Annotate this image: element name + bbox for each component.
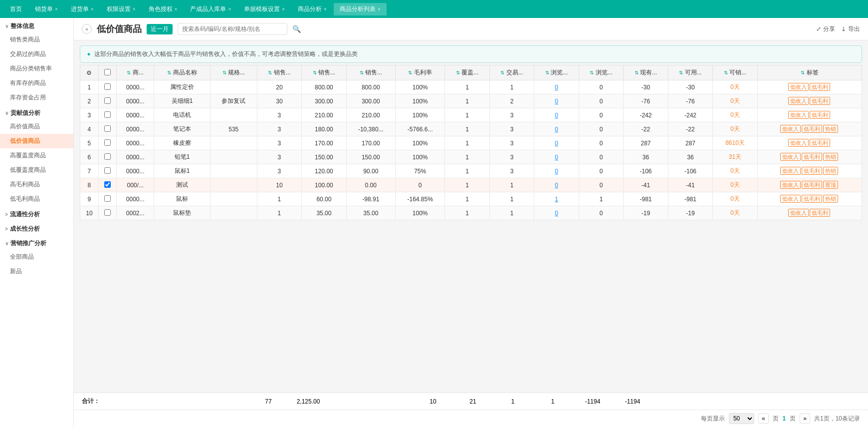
cell-checkbox[interactable] — [98, 192, 116, 206]
col-sale-qty[interactable]: ⇅ 销售... — [257, 65, 301, 80]
cell-browse1[interactable]: 1 — [534, 192, 579, 206]
close-icon[interactable]: × — [324, 6, 327, 12]
row-checkbox[interactable] — [104, 97, 111, 104]
cell-browse1[interactable]: 0 — [534, 94, 579, 108]
search-input[interactable] — [178, 23, 287, 35]
page-size-select[interactable]: 50 100 200 — [729, 413, 754, 424]
sidebar-item-high-value[interactable]: 高价值商品 — [0, 119, 73, 134]
close-icon[interactable]: × — [228, 6, 231, 12]
row-checkbox[interactable] — [104, 181, 111, 188]
sidebar-item-sales-goods[interactable]: 销售类商品 — [0, 32, 73, 47]
col-browse2[interactable]: ⇅ 浏览... — [579, 65, 623, 80]
cell-checkbox[interactable] — [98, 80, 116, 94]
nav-warehouse[interactable]: 产成品入库单 × — [184, 3, 237, 15]
close-icon[interactable]: × — [378, 6, 381, 12]
next-page-button[interactable]: » — [800, 414, 810, 424]
sidebar-item-new-goods[interactable]: 新品 — [0, 264, 73, 279]
sidebar-collapse-button[interactable]: « — [82, 24, 92, 34]
col-gross-margin[interactable]: ⇅ 毛利率 — [395, 65, 444, 80]
row-checkbox[interactable] — [104, 209, 111, 216]
row-checkbox[interactable] — [104, 167, 111, 174]
cell-browse1[interactable]: 0 — [534, 122, 579, 136]
col-spec[interactable]: ⇅ 规格... — [210, 65, 257, 80]
chevron-down-icon[interactable]: ∨ — [5, 110, 8, 116]
col-tags[interactable]: ⇅ 标签 — [757, 65, 862, 80]
tag-badge: 低收入 — [788, 111, 809, 119]
col-browse1[interactable]: ⇅ 浏览... — [534, 65, 579, 80]
sidebar-item-traded[interactable]: 交易过的商品 — [0, 47, 73, 61]
close-icon[interactable]: × — [91, 6, 94, 12]
nav-goods-list[interactable]: 商品分析列表 × — [334, 3, 387, 15]
cell-gross-margin: 100% — [395, 94, 444, 108]
col-coverage[interactable]: ⇅ 覆盖... — [445, 65, 489, 80]
sidebar-item-stock-fund[interactable]: 库存资金占用 — [0, 90, 73, 105]
sidebar-item-high-coverage[interactable]: 高覆盖度商品 — [0, 148, 73, 163]
sidebar-item-low-profit[interactable]: 低毛利商品 — [0, 192, 73, 206]
cell-checkbox[interactable] — [98, 150, 116, 164]
cell-browse1[interactable]: 0 — [534, 108, 579, 122]
chevron-down-icon[interactable]: ∨ — [5, 23, 8, 29]
cell-checkbox[interactable] — [98, 136, 116, 150]
select-all-checkbox[interactable] — [104, 69, 111, 75]
col-available[interactable]: ⇅ 可用... — [668, 65, 712, 80]
chevron-right-icon[interactable]: > — [5, 212, 8, 217]
sidebar-item-high-profit[interactable]: 高毛利商品 — [0, 177, 73, 192]
sidebar-item-stock-goods[interactable]: 有库存的商品 — [0, 76, 73, 90]
cell-checkbox[interactable] — [98, 122, 116, 136]
sidebar-group-overall[interactable]: ∨ 整体信息 — [0, 18, 73, 32]
close-icon[interactable]: × — [175, 6, 178, 12]
close-icon[interactable]: × — [55, 6, 58, 12]
share-button[interactable]: ⤢ 分享 — [816, 25, 835, 33]
col-settings[interactable]: ⚙ — [80, 65, 99, 80]
nav-role[interactable]: 角色授权 × — [143, 3, 184, 15]
sidebar-group-contribution[interactable]: ∨ 贡献值分析 — [0, 105, 73, 119]
cell-browse1[interactable]: 0 — [534, 178, 579, 192]
nav-permission[interactable]: 权限设置 × — [101, 3, 142, 15]
prev-page-button[interactable]: « — [758, 414, 769, 424]
col-saleable[interactable]: ⇅ 可销... — [713, 65, 757, 80]
cell-browse1[interactable]: 0 — [534, 80, 579, 94]
col-checkbox[interactable] — [98, 65, 116, 80]
sidebar-item-all-goods[interactable]: 全部商品 — [0, 250, 73, 264]
nav-home[interactable]: 首页 — [4, 3, 28, 15]
nav-goods-analysis[interactable]: 商品分析 × — [292, 3, 333, 15]
search-icon[interactable]: 🔍 — [292, 25, 301, 33]
row-checkbox[interactable] — [104, 83, 111, 90]
chevron-right-icon[interactable]: > — [5, 226, 8, 232]
sidebar-group-marketing[interactable]: ∨ 营销推广分析 — [0, 235, 73, 250]
close-icon[interactable]: × — [133, 6, 136, 12]
row-checkbox[interactable] — [104, 125, 111, 132]
cell-browse1[interactable]: 0 — [534, 206, 579, 220]
export-button[interactable]: ⤓ 导出 — [841, 25, 860, 33]
col-current-stock[interactable]: ⇅ 现有... — [624, 65, 668, 80]
cell-checkbox[interactable] — [98, 178, 116, 192]
cell-checkbox[interactable] — [98, 206, 116, 220]
chevron-down-icon[interactable]: ∨ — [5, 241, 8, 246]
col-sale-amount[interactable]: ⇅ 销售... — [346, 65, 395, 80]
sidebar-group-growth[interactable]: > 成长性分析 — [0, 221, 73, 235]
nav-purchase[interactable]: 进货单 × — [65, 3, 100, 15]
col-name[interactable]: ⇅ 商品名称 — [154, 65, 211, 80]
col-code[interactable]: ⇅ 商... — [117, 65, 154, 80]
cell-browse1[interactable]: 0 — [534, 136, 579, 150]
row-checkbox[interactable] — [104, 153, 111, 160]
cell-checkbox[interactable] — [98, 164, 116, 178]
sidebar-item-category-rate[interactable]: 商品分类销售率 — [0, 61, 73, 76]
nav-sales[interactable]: 销货单 × — [29, 3, 64, 15]
cell-name: 吴细细1 — [154, 94, 211, 108]
nav-template[interactable]: 单据模板设置 × — [238, 3, 291, 15]
sidebar-item-low-value[interactable]: 低价值商品 — [0, 134, 73, 148]
sidebar-item-low-coverage[interactable]: 低覆盖度商品 — [0, 163, 73, 177]
row-checkbox[interactable] — [104, 139, 111, 146]
col-sale-price[interactable]: ⇅ 销售... — [302, 65, 346, 80]
sidebar-group-circulation[interactable]: > 流通性分析 — [0, 206, 73, 221]
cell-browse1[interactable]: 0 — [534, 150, 579, 164]
cell-checkbox[interactable] — [98, 108, 116, 122]
cell-checkbox[interactable] — [98, 94, 116, 108]
cell-browse1[interactable]: 0 — [534, 164, 579, 178]
time-filter-button[interactable]: 近一月 — [147, 24, 173, 34]
col-trade-days[interactable]: ⇅ 交易... — [489, 65, 534, 80]
row-checkbox[interactable] — [104, 195, 111, 202]
close-icon[interactable]: × — [282, 6, 285, 12]
row-checkbox[interactable] — [104, 111, 111, 118]
